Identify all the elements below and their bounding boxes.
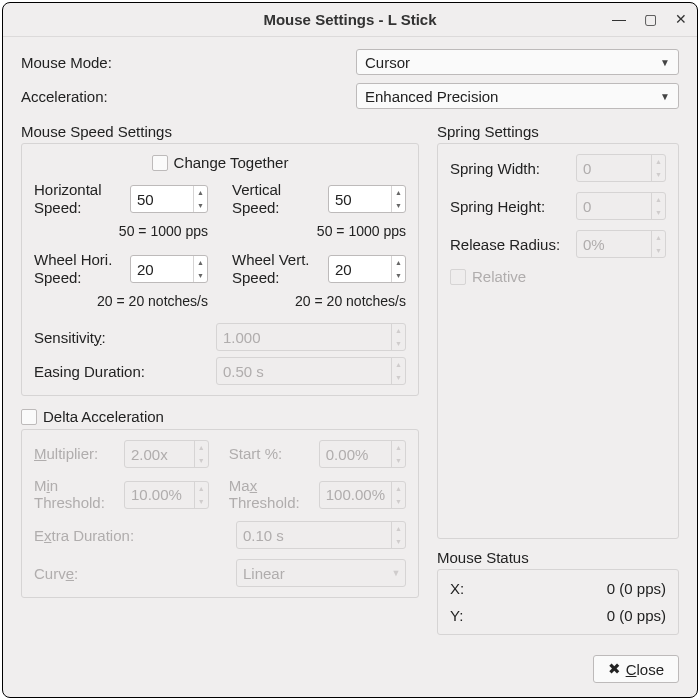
up-icon: ▲ (392, 358, 405, 371)
up-icon[interactable]: ▲ (194, 256, 207, 269)
spring-height-stepper: 0 ▲▼ (576, 192, 666, 220)
min-thresh-stepper: 10.00% ▲▼ (124, 481, 209, 509)
down-icon: ▼ (392, 337, 405, 350)
relative-checkbox (450, 269, 466, 285)
wv-speed-value: 20 (329, 256, 391, 282)
mouse-status-title: Mouse Status (437, 549, 679, 566)
up-icon[interactable]: ▲ (392, 256, 405, 269)
v-speed-label: Vertical Speed: (232, 181, 320, 217)
wv-speed-label: Wheel Vert. Speed: (232, 251, 320, 287)
delta-accel-label: Delta Acceleration (43, 408, 164, 425)
spring-settings-box: Spring Width: 0 ▲▼ Spring Height: 0 ▲▼ R… (437, 143, 679, 539)
multiplier-value: 2.00x (125, 441, 194, 467)
spring-height-value: 0 (577, 193, 651, 219)
maximize-icon[interactable]: ▢ (644, 11, 657, 27)
down-icon[interactable]: ▼ (194, 269, 207, 282)
mouse-mode-select[interactable]: Cursor ▼ (356, 49, 679, 75)
speed-settings-box: Change Together Horizontal Speed: 50 ▲▼ (21, 143, 419, 396)
down-icon[interactable]: ▼ (392, 199, 405, 212)
change-together-checkbox[interactable] (152, 155, 168, 171)
up-icon[interactable]: ▲ (392, 186, 405, 199)
window: Mouse Settings - L Stick — ▢ ✕ Mouse Mod… (2, 2, 698, 698)
wh-speed-value: 20 (131, 256, 193, 282)
v-speed-value: 50 (329, 186, 391, 212)
easing-stepper: 0.50 s ▲▼ (216, 357, 406, 385)
curve-select: Linear ▼ (236, 559, 406, 587)
acceleration-select[interactable]: Enhanced Precision ▼ (356, 83, 679, 109)
window-title: Mouse Settings - L Stick (263, 11, 436, 28)
v-speed-hint: 50 = 1000 pps (232, 223, 406, 239)
up-icon: ▲ (392, 324, 405, 337)
h-speed-hint: 50 = 1000 pps (34, 223, 208, 239)
extra-duration-stepper: 0.10 s ▲▼ (236, 521, 406, 549)
close-button[interactable]: ✖ Close (593, 655, 679, 683)
status-y-label: Y: (450, 607, 490, 624)
min-thresh-value: 10.00% (125, 482, 194, 508)
spring-height-label: Spring Height: (450, 198, 568, 215)
multiplier-label: Multiplier: (34, 446, 116, 463)
wh-speed-stepper[interactable]: 20 ▲▼ (130, 255, 208, 283)
start-stepper: 0.00% ▲▼ (319, 440, 406, 468)
sensitivity-label: Sensitivity: (34, 329, 204, 346)
spring-settings-title: Spring Settings (437, 123, 679, 140)
close-icon[interactable]: ✕ (675, 11, 687, 27)
min-thresh-label: Min Threshold: (34, 478, 116, 511)
max-thresh-stepper: 100.00% ▲▼ (319, 481, 406, 509)
acceleration-label: Acceleration: (21, 88, 356, 105)
wv-speed-hint: 20 = 20 notches/s (232, 293, 406, 309)
chevron-down-icon: ▼ (660, 57, 670, 68)
release-radius-value: 0% (577, 231, 651, 257)
h-speed-stepper[interactable]: 50 ▲▼ (130, 185, 208, 213)
speed-settings-title: Mouse Speed Settings (21, 123, 419, 140)
spring-width-label: Spring Width: (450, 160, 568, 177)
v-speed-stepper[interactable]: 50 ▲▼ (328, 185, 406, 213)
chevron-down-icon: ▼ (660, 91, 670, 102)
easing-value: 0.50 s (217, 358, 391, 384)
relative-label: Relative (472, 268, 526, 285)
status-x-label: X: (450, 580, 490, 597)
window-controls: — ▢ ✕ (612, 11, 687, 27)
h-speed-value: 50 (131, 186, 193, 212)
max-thresh-label: Max Threshold: (229, 478, 311, 511)
status-y-value: 0 (0 pps) (498, 607, 666, 624)
change-together-label: Change Together (174, 154, 289, 171)
wv-speed-stepper[interactable]: 20 ▲▼ (328, 255, 406, 283)
up-icon[interactable]: ▲ (194, 186, 207, 199)
spring-width-stepper: 0 ▲▼ (576, 154, 666, 182)
minimize-icon[interactable]: — (612, 11, 626, 27)
down-icon[interactable]: ▼ (392, 269, 405, 282)
sensitivity-stepper: 1.000 ▲▼ (216, 323, 406, 351)
spring-width-value: 0 (577, 155, 651, 181)
multiplier-stepper: 2.00x ▲▼ (124, 440, 209, 468)
extra-duration-label: Extra Duration: (34, 527, 224, 544)
h-speed-label: Horizontal Speed: (34, 181, 122, 217)
mouse-mode-label: Mouse Mode: (21, 54, 356, 71)
acceleration-value: Enhanced Precision (365, 88, 498, 105)
release-radius-label: Release Radius: (450, 236, 568, 253)
max-thresh-value: 100.00% (320, 482, 391, 508)
curve-label: Curve: (34, 565, 224, 582)
close-label: Close (626, 661, 664, 678)
wh-speed-label: Wheel Hori. Speed: (34, 251, 122, 287)
easing-label: Easing Duration: (34, 363, 204, 380)
release-radius-stepper: 0% ▲▼ (576, 230, 666, 258)
delta-accel-box: Multiplier: 2.00x ▲▼ Start %: 0.00% ▲▼ (21, 429, 419, 598)
close-x-icon: ✖ (608, 660, 621, 678)
start-label: Start %: (229, 446, 311, 463)
titlebar: Mouse Settings - L Stick — ▢ ✕ (3, 3, 697, 37)
extra-duration-value: 0.10 s (237, 522, 391, 548)
curve-value: Linear (237, 560, 387, 586)
mouse-mode-value: Cursor (365, 54, 410, 71)
down-icon[interactable]: ▼ (194, 199, 207, 212)
sensitivity-value: 1.000 (217, 324, 391, 350)
mouse-status-box: X: 0 (0 pps) Y: 0 (0 pps) (437, 569, 679, 635)
start-value: 0.00% (320, 441, 391, 467)
delta-accel-checkbox[interactable] (21, 409, 37, 425)
wh-speed-hint: 20 = 20 notches/s (34, 293, 208, 309)
status-x-value: 0 (0 pps) (498, 580, 666, 597)
down-icon: ▼ (392, 371, 405, 384)
